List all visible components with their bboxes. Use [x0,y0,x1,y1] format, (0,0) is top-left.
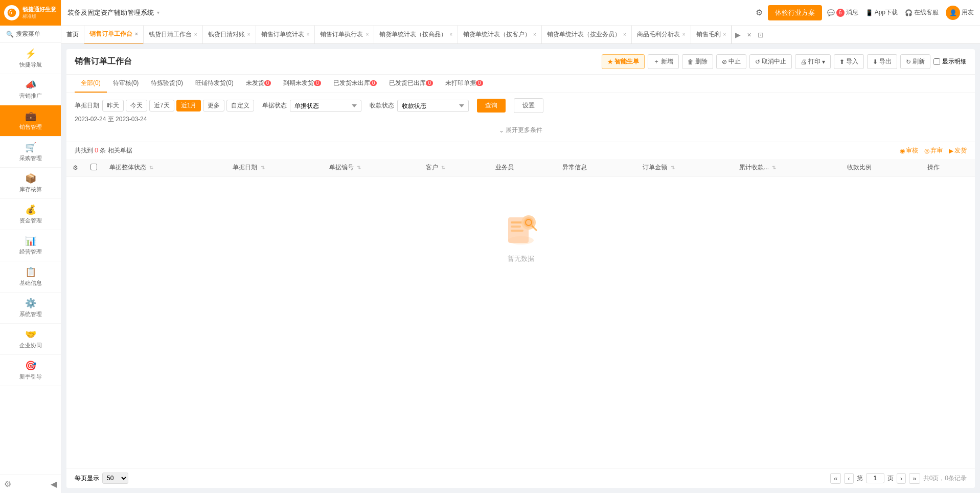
delete-button[interactable]: 🗑 删除 [682,54,713,69]
sidebar-item-basicinfo[interactable]: 📋 基础信息 [0,261,61,293]
prev-page-button[interactable]: ‹ [844,473,853,484]
settings-icon[interactable]: ⚙ [4,479,11,489]
tab-expand-button[interactable]: ⊡ [755,26,767,44]
tab-close-icon[interactable]: × [247,32,250,37]
sub-tab-wangpu-pending[interactable]: 旺铺待发货(0) [189,75,240,93]
user-menu-button[interactable]: 👤 用友 [946,6,974,20]
logo-icon: 6 [4,5,19,20]
smart-create-button[interactable]: ★ 智能生单 [602,54,645,69]
last-page-button[interactable]: » [909,473,920,484]
tab-close-icon[interactable]: × [366,32,369,37]
tab-daily-clear[interactable]: 钱货日清工作台 × [144,26,203,44]
tab-sales-order[interactable]: 销售订单工作台 × [84,26,144,44]
online-service-button[interactable]: 🎧 在线客服 [905,8,939,17]
sidebar-item-search[interactable]: 🔍 搜索菜单 [0,26,61,43]
sub-tab-overdue-unshipped[interactable]: 到期未发货0 [277,75,327,93]
date-1month-button[interactable]: 近1月 [176,100,201,111]
sub-tab-pending-review[interactable]: 待审核(0) [107,75,145,93]
add-button[interactable]: ＋ 新增 [648,54,679,69]
sub-tab-shipped-out[interactable]: 已发货已出库0 [383,75,439,93]
sidebar-item-purchase[interactable]: 🛒 采购管理 [0,137,61,168]
tab-close-icon[interactable]: × [682,32,686,37]
logo-badge: 标准版 [22,13,56,20]
payment-select[interactable]: 收款状态 [397,100,469,112]
gear-icon[interactable]: ⚙ [756,8,763,17]
tab-order-exec[interactable]: 销售订单执行表 × [315,26,374,44]
app-download-button[interactable]: 📱 App下载 [865,8,898,17]
tab-daily-reconcile[interactable]: 钱货日清对账 × [203,26,256,44]
sidebar-item-finance[interactable]: 💰 资金管理 [0,199,61,230]
page-label: 第 [857,474,863,483]
dropdown-arrow-icon[interactable]: ▾ [157,10,159,15]
col-settings[interactable]: ⚙ [66,159,84,176]
tab-sales-profit[interactable]: 销售毛利 × [691,26,732,44]
date-yesterday-button[interactable]: 昨天 [102,100,124,111]
tab-close-icon[interactable]: × [307,32,310,37]
tab-close-icon[interactable]: × [723,32,726,37]
sidebar-item-marketing[interactable]: 📣 营销推广 [0,74,61,105]
sidebar-item-guide[interactable]: 🎯 新手引导 [0,355,61,386]
setting-button[interactable]: 设置 [514,98,543,113]
tab-close-icon[interactable]: × [623,32,626,37]
sidebar-item-business[interactable]: 📊 经营管理 [0,230,61,261]
collapse-icon[interactable]: ◀ [51,479,57,489]
page-size-select[interactable]: 10 20 50 100 [102,473,128,484]
date-7days-button[interactable]: 近7天 [149,100,174,111]
sidebar-item-sysmanage[interactable]: ⚙️ 系统管理 [0,293,61,324]
tab-close-all-button[interactable]: × [744,26,754,44]
sub-tab-all[interactable]: 全部(0) [75,75,107,93]
sort-icon[interactable]: ⇅ [671,165,675,170]
sidebar-item-sales[interactable]: 💼 销售管理 [0,105,61,137]
tab-close-icon[interactable]: × [533,32,536,37]
sort-icon[interactable]: ⇅ [441,165,445,170]
sub-tab-unshipped[interactable]: 未发货0 [240,75,278,93]
refresh-button[interactable]: ↻ 刷新 [900,54,930,69]
tab-close-icon[interactable]: × [194,32,197,37]
print-button[interactable]: 🖨 打印 ▾ [795,54,831,69]
cancel-stop-button[interactable]: ↺ 取消中止 [749,54,792,69]
message-button[interactable]: 💬 6 消息 [827,8,858,17]
show-detail-checkbox[interactable] [933,58,940,65]
status-select[interactable]: 单据状态 [290,100,361,112]
status-filter-label: 单据状态 [262,101,287,110]
sort-icon[interactable]: ⇅ [149,165,153,170]
cancel-audit-button[interactable]: ◎ 弃审 [924,146,943,155]
stop-button[interactable]: ⊘ 中止 [716,54,746,69]
tab-close-icon[interactable]: × [135,31,138,37]
industry-solution-button[interactable]: 体验行业方案 [768,5,822,20]
audit-button[interactable]: ◉ 审核 [900,146,918,155]
tab-sales-by-staff[interactable]: 销货单统计表（按业务员） × [542,26,632,44]
sub-tab-shipped-not-out[interactable]: 已发货未出库0 [327,75,383,93]
tab-gross-profit[interactable]: 商品毛利分析表 × [632,26,691,44]
phone-icon: 📱 [865,9,873,16]
sidebar-item-inventory[interactable]: 📦 库存核算 [0,168,61,199]
date-today-button[interactable]: 今天 [126,100,147,111]
first-page-button[interactable]: « [830,473,841,484]
tab-sales-by-product[interactable]: 销货单统计表（按商品） × [374,26,458,44]
expand-filter-button[interactable]: ⌄ 展开更多条件 [75,124,967,137]
show-detail-checkbox-label[interactable]: 显示明细 [933,57,967,66]
query-button[interactable]: 查询 [477,99,506,113]
tab-order-stats[interactable]: 销售订单统计表 × [256,26,315,44]
export-button[interactable]: ⬇ 导出 [867,54,897,69]
date-custom-button[interactable]: 自定义 [226,100,254,111]
page-number-input[interactable] [866,473,884,483]
tab-sales-by-customer[interactable]: 销货单统计表（按客户） × [458,26,542,44]
import-button[interactable]: ⬆ 导入 [834,54,864,69]
sort-icon[interactable]: ⇅ [772,165,776,170]
date-more-button[interactable]: 更多 [203,100,224,111]
sidebar-item-collab[interactable]: 🤝 企业协同 [0,324,61,355]
tab-home[interactable]: 首页 [61,26,84,44]
message-badge: 6 [836,9,845,17]
sub-tab-pending-inspection[interactable]: 待拣验货(0) [145,75,189,93]
tab-close-icon[interactable]: × [449,32,452,37]
sort-icon[interactable]: ⇅ [261,165,265,170]
next-page-button[interactable]: › [897,473,906,484]
sort-icon[interactable]: ⇅ [357,165,361,170]
sidebar-item-quicknav[interactable]: ⚡ 快捷导航 [0,43,61,74]
ship-button[interactable]: ▶ 发货 [949,146,967,155]
tab-forward-button[interactable]: ▶ [732,26,744,44]
sub-tab-not-printed[interactable]: 未打印单据0 [439,75,489,93]
col-checkbox[interactable] [84,159,103,176]
select-all-checkbox[interactable] [90,164,97,170]
